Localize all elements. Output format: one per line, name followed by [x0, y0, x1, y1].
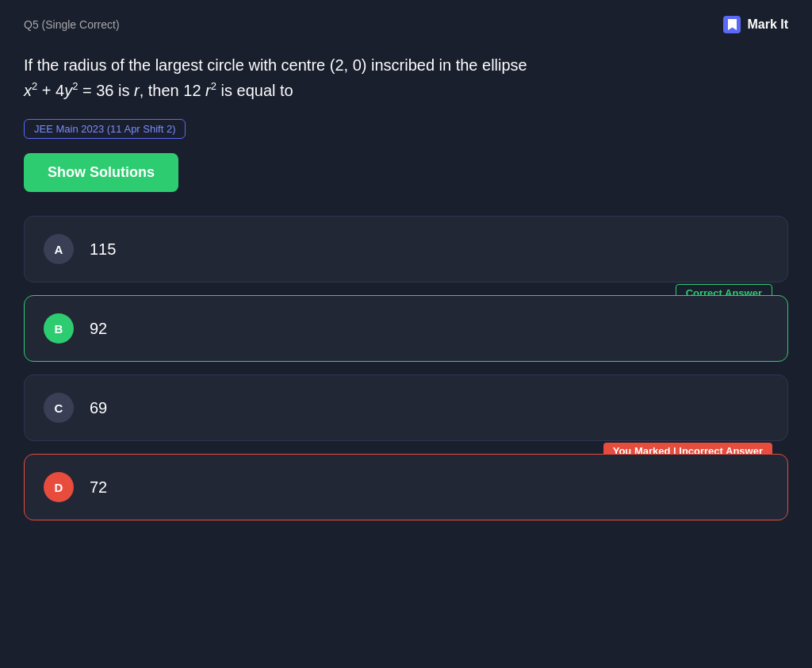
option-wrapper-d: You Marked | Incorrect Answer D 72 — [24, 454, 788, 520]
bookmark-icon — [723, 16, 741, 33]
option-circle-a: A — [44, 234, 74, 264]
show-solutions-button[interactable]: Show Solutions — [24, 153, 178, 192]
option-card-a[interactable]: A 115 — [24, 216, 788, 282]
option-value-c: 69 — [90, 399, 107, 417]
question-header: Q5 (Single Correct) Mark It — [24, 16, 788, 33]
option-wrapper-c: C 69 — [24, 374, 788, 441]
option-value-b: 92 — [90, 320, 107, 338]
options-container: A 115 Correct Answer B 92 C 69 You Marke… — [24, 216, 788, 520]
option-card-c[interactable]: C 69 — [24, 374, 788, 441]
mark-it-label: Mark It — [747, 17, 788, 32]
question-line2: x2 + 4y2 = 36 is r, then 12 r2 is equal … — [24, 78, 788, 103]
option-value-d: 72 — [90, 478, 107, 497]
question-label: Q5 (Single Correct) — [24, 18, 120, 31]
option-circle-b: B — [44, 313, 74, 344]
mark-it-button[interactable]: Mark It — [723, 16, 788, 33]
question-text: If the radius of the largest circle with… — [24, 52, 788, 103]
option-wrapper-b: Correct Answer B 92 — [24, 295, 788, 362]
question-line1: If the radius of the largest circle with… — [24, 52, 788, 78]
tag-badge: JEE Main 2023 (11 Apr Shift 2) — [24, 119, 186, 139]
option-circle-d: D — [44, 472, 74, 502]
option-value-a: 115 — [90, 240, 116, 259]
option-card-d[interactable]: D 72 — [24, 454, 788, 520]
option-card-b[interactable]: B 92 — [24, 295, 788, 362]
option-wrapper-a: A 115 — [24, 216, 788, 282]
option-circle-c: C — [44, 393, 74, 423]
